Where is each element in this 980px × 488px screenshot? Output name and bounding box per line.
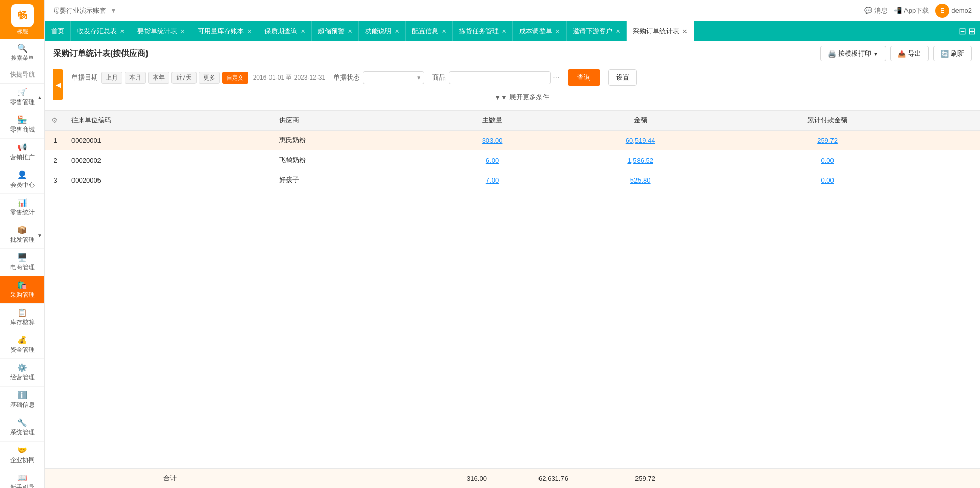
tab-close-icon[interactable]: ✕ (301, 28, 305, 35)
tab-close-icon[interactable]: ✕ (120, 28, 125, 35)
sidebar-item-label: 会员中心 (10, 181, 35, 189)
tab-home[interactable]: 首页 (45, 21, 71, 41)
row-supplier: 飞鹤奶粉 (273, 150, 428, 170)
app-download-button[interactable]: 📲 App下载 (894, 6, 929, 15)
tab-close-icon[interactable]: ✕ (247, 28, 252, 35)
page-action-buttons: 🖨️ 按模板打印 ▼ 📤 导出 🔄 刷新 (820, 46, 972, 61)
tab-cost-adjust[interactable]: 成本调整单 ✕ (513, 21, 567, 41)
paid-link[interactable]: 0.00 (821, 157, 834, 164)
date-tab-more[interactable]: 更多 (199, 72, 220, 84)
row-qty: 7.00 (427, 170, 557, 190)
date-tab-7-days[interactable]: 近7天 (172, 72, 197, 84)
date-tab-this-year[interactable]: 本年 (148, 72, 169, 84)
sidebar-item-finance[interactable]: 💰 资金管理 (0, 331, 44, 359)
sidebar-item-ecommerce[interactable]: 🖥️ 电商管理 (0, 249, 44, 276)
sidebar-item-marketing[interactable]: 📢 营销推广 (0, 139, 44, 166)
search-menu-button[interactable]: 🔍 搜索菜单 (3, 43, 41, 62)
tab-close-icon[interactable]: ✕ (555, 28, 560, 35)
qty-link[interactable]: 303.00 (482, 137, 503, 144)
export-icon: 📤 (898, 50, 906, 58)
date-tab-this-month[interactable]: 本月 (125, 72, 146, 84)
export-button[interactable]: 📤 导出 (890, 46, 929, 61)
sidebar-item-quick-nav[interactable]: 快捷导航 (0, 66, 44, 84)
sidebar-item-sys-mgmt[interactable]: 🔧 系统管理 (0, 414, 44, 442)
product-search-icon[interactable]: ··· (553, 73, 559, 82)
col-supplier: 供应商 (273, 111, 428, 131)
sidebar-item-retail[interactable]: 🛒 零售管理 ▲ (0, 84, 44, 111)
window-minimize-icon[interactable]: ⊟ (959, 25, 966, 37)
tab-config-info[interactable]: 配置信息 ✕ (406, 21, 453, 41)
tab-close-icon[interactable]: ✕ (395, 28, 399, 35)
tab-available-inv-label: 可用量库存账本 (198, 27, 244, 36)
print-button[interactable]: 🖨️ 按模板打印 ▼ (820, 46, 886, 61)
data-table: ⚙ 往来单位编码 供应商 主数量 金额 累计付款金额 1 00020001 (45, 111, 980, 190)
tab-close-icon[interactable]: ✕ (442, 28, 446, 35)
tab-invite-down[interactable]: 邀请下游客户 ✕ (567, 21, 627, 41)
tab-available-inv[interactable]: 可用量库存账本 ✕ (191, 21, 258, 41)
sidebar-item-retail-shop[interactable]: 🏪 零售商城 (0, 111, 44, 139)
table-settings-icon[interactable]: ⚙ (51, 116, 58, 124)
sidebar-item-operations[interactable]: ⚙️ 经营管理 (0, 359, 44, 387)
sidebar-item-retail-stat[interactable]: 📊 零售统计 (0, 194, 44, 221)
tab-receive-send-label: 收发存汇总表 (77, 27, 117, 36)
date-tab-last-month[interactable]: 上月 (101, 72, 122, 84)
qty-link[interactable]: 7.00 (486, 176, 499, 184)
row-supplier: 好孩子 (273, 170, 428, 190)
status-select[interactable] (363, 71, 424, 84)
tab-purchase-stat[interactable]: 采购订单统计表 ✕ (627, 21, 694, 41)
tab-close-icon[interactable]: ✕ (616, 28, 620, 35)
sidebar-item-inventory[interactable]: 📋 库存核算 (0, 304, 44, 331)
search-menu-label: 搜索菜单 (11, 54, 34, 62)
row-code: 00020005 (65, 170, 273, 190)
tab-overstock[interactable]: 超储预警 ✕ (312, 21, 359, 41)
amount-link[interactable]: 525.80 (630, 176, 651, 184)
paid-link[interactable]: 259.72 (817, 137, 838, 144)
tab-func-desc[interactable]: 功能说明 ✕ (359, 21, 406, 41)
settings-button[interactable]: 设置 (608, 69, 637, 86)
tab-pick-task[interactable]: 拣货任务管理 ✕ (453, 21, 513, 41)
print-dropdown-icon: ▼ (873, 51, 878, 57)
tab-close-icon[interactable]: ✕ (180, 28, 185, 35)
sidebar-item-member[interactable]: 👤 会员中心 (0, 166, 44, 194)
paid-link[interactable]: 0.00 (821, 176, 834, 184)
top-navigation: 首页 收发存汇总表 ✕ 要货单统计表 ✕ 可用量库存账本 ✕ 保质期查询 ✕ 超… (45, 21, 980, 41)
col-extra (931, 111, 980, 131)
expand-icon: ▼▼ (494, 94, 507, 101)
filter-row-1: 单据日期 上月 本月 本年 近7天 更多 自定义 2016-01-01 至 20… (71, 69, 972, 86)
date-tab-custom[interactable]: 自定义 (222, 72, 248, 84)
sidebar-item-newguide[interactable]: 📖 新手引导 (0, 469, 44, 488)
ecommerce-icon: 🖥️ (17, 253, 27, 262)
message-button[interactable]: 💬 消息 (864, 6, 888, 15)
date-label: 单据日期 (71, 73, 98, 82)
breadcrumb-dropdown-icon[interactable]: ▼ (110, 7, 117, 14)
user-area[interactable]: E demo2 (935, 4, 972, 18)
amount-link[interactable]: 60,519.44 (626, 137, 655, 144)
tab-close-icon[interactable]: ✕ (682, 28, 687, 35)
sidebar-item-label: 系统管理 (10, 428, 35, 437)
global-header: 母婴行业演示账套 ▼ 💬 消息 📲 App下载 E demo2 (45, 0, 980, 21)
logo-area: 畅 标服 (0, 0, 44, 39)
window-maximize-icon[interactable]: ⊞ (968, 25, 976, 37)
tab-receive-send[interactable]: 收发存汇总表 ✕ (71, 21, 131, 41)
logo-char: 畅 (18, 9, 27, 21)
sidebar-item-wholesale[interactable]: 📦 批发管理 ▼ (0, 221, 44, 249)
filter-toggle-button[interactable]: ◀ (53, 69, 63, 100)
search-section[interactable]: 🔍 搜索菜单 (0, 39, 44, 66)
amount-link[interactable]: 1,586.52 (627, 157, 653, 164)
query-button[interactable]: 查询 (568, 69, 600, 86)
refresh-button[interactable]: 🔄 刷新 (933, 46, 972, 61)
sidebar-item-label: 零售管理 (10, 98, 35, 107)
sidebar-item-label: 电商管理 (10, 263, 35, 272)
qty-link[interactable]: 6.00 (486, 157, 499, 164)
enterprise-icon: 🤝 (17, 446, 27, 455)
tab-close-icon[interactable]: ✕ (348, 28, 352, 35)
tab-order-stat[interactable]: 要货单统计表 ✕ (131, 21, 191, 41)
sidebar-item-enterprise[interactable]: 🤝 企业协同 (0, 442, 44, 469)
expand-more-button[interactable]: ▼▼ 展开更多条件 (494, 90, 549, 105)
tab-close-icon[interactable]: ✕ (502, 28, 506, 35)
sidebar-item-purchase[interactable]: 🛍️ 采购管理 (0, 276, 44, 304)
product-input[interactable] (449, 71, 551, 84)
message-icon: 💬 (864, 7, 872, 14)
tab-warranty[interactable]: 保质期查询 ✕ (258, 21, 312, 41)
sidebar-item-basic-info[interactable]: ℹ️ 基础信息 (0, 387, 44, 414)
